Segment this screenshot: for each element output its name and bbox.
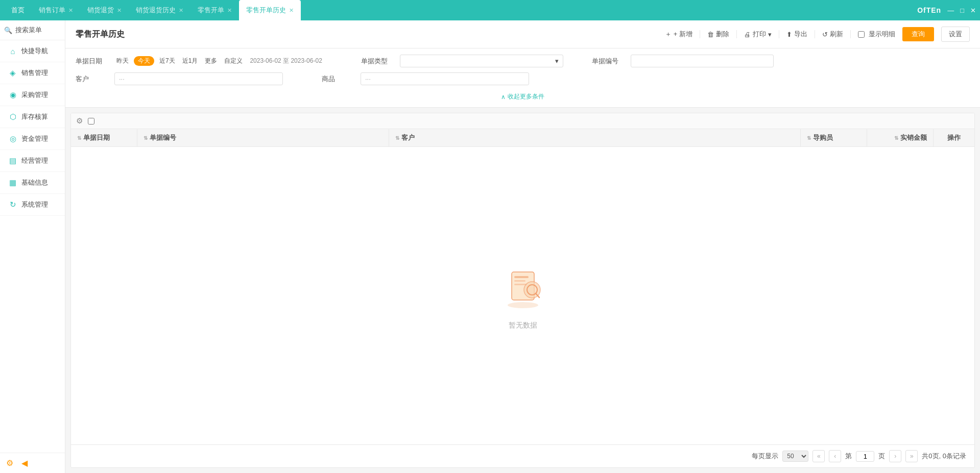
tab-sales-order[interactable]: 销售订单 ✕ xyxy=(32,0,80,20)
export-button[interactable]: ⬆ 导出 xyxy=(786,30,807,39)
client-input[interactable]: ··· xyxy=(114,72,283,85)
date-btn-yesterday[interactable]: 昨天 xyxy=(114,56,131,66)
goods-input[interactable]: ··· xyxy=(361,72,529,85)
pagination: 每页显示 50 10 20 100 « ‹ 第 页 › » 共0页, 0条记录 xyxy=(71,444,974,467)
date-btn-more[interactable]: 更多 xyxy=(203,56,219,66)
sidebar: 🔍 搜索菜单 ⌂ 快捷导航 ◈ 销售管理 ◉ 采购管理 ⬡ 库存核算 ◎ 资金管… xyxy=(0,20,65,473)
page-title: 零售开单历史 xyxy=(76,29,125,40)
date-btn-today[interactable]: 今天 xyxy=(134,56,154,66)
table-settings-icon[interactable]: ⚙ xyxy=(76,116,83,126)
total-text: 共0页, 0条记录 xyxy=(922,452,966,461)
tab-home[interactable]: 首页 xyxy=(4,0,32,20)
page-input[interactable] xyxy=(856,451,874,462)
col-header-client[interactable]: ⇅ 客户 xyxy=(389,129,801,146)
date-range-text: 2023-06-02 至 2023-06-02 xyxy=(250,57,322,65)
collapse-icon: ∧ xyxy=(501,93,506,101)
settings-button[interactable]: 设置 xyxy=(941,27,970,42)
add-button[interactable]: ＋ + 新增 xyxy=(665,30,692,39)
divider-1 xyxy=(700,30,700,38)
sort-icon-client: ⇅ xyxy=(395,135,399,141)
number-label: 单据编号 xyxy=(592,57,623,66)
tab-retail-open-history[interactable]: 零售开单历史 ✕ xyxy=(239,0,301,20)
tab-sales-return-label: 销货退货 xyxy=(87,6,114,15)
collapse-btn[interactable]: ∧ 收起更多条件 xyxy=(76,90,970,101)
prev-page-btn[interactable]: ‹ xyxy=(829,450,841,462)
close-btn[interactable]: ✕ xyxy=(970,7,976,14)
divider-3 xyxy=(779,30,779,38)
collapse-label: 收起更多条件 xyxy=(508,92,544,101)
col-header-guide[interactable]: ⇅ 导购员 xyxy=(801,129,867,146)
type-chevron-icon: ▾ xyxy=(555,57,559,65)
sidebar-item-quick-nav-label: 快捷导航 xyxy=(21,46,48,56)
tab-sales-return[interactable]: 销货退货 ✕ xyxy=(80,0,129,20)
col-action-label: 操作 xyxy=(947,133,961,142)
sidebar-item-finance-label: 资金管理 xyxy=(21,134,48,143)
tab-retail-open-close[interactable]: ✕ xyxy=(227,7,232,14)
tab-retail-open-history-close[interactable]: ✕ xyxy=(289,7,294,14)
number-input[interactable] xyxy=(631,55,774,67)
delete-button[interactable]: 🗑 删除 xyxy=(707,30,729,39)
type-select[interactable]: ▾ xyxy=(400,55,563,67)
add-icon: ＋ xyxy=(665,30,672,39)
print-button[interactable]: 🖨 打印 ▾ xyxy=(744,30,772,39)
sidebar-item-inventory-label: 库存核算 xyxy=(21,112,48,121)
date-btn-1month[interactable]: 近1月 xyxy=(180,56,200,66)
finance-icon: ◎ xyxy=(8,134,17,143)
col-client-label: 客户 xyxy=(401,133,415,142)
sidebar-item-purchase-mgmt[interactable]: ◉ 采购管理 xyxy=(0,84,65,106)
sidebar-item-basic-info[interactable]: ▦ 基础信息 xyxy=(0,172,65,194)
display-detail-checkbox[interactable]: 显示明细 xyxy=(858,30,895,39)
refresh-button[interactable]: ↺ 刷新 xyxy=(822,30,843,39)
main-layout: 🔍 搜索菜单 ⌂ 快捷导航 ◈ 销售管理 ◉ 采购管理 ⬡ 库存核算 ◎ 资金管… xyxy=(0,20,980,473)
display-detail-input[interactable] xyxy=(858,31,865,38)
minimize-btn[interactable]: — xyxy=(947,7,954,14)
collapse-icon[interactable]: ◀ xyxy=(21,458,28,468)
export-icon: ⬆ xyxy=(786,31,792,38)
svg-rect-3 xyxy=(514,280,525,282)
sidebar-item-system[interactable]: ↻ 系统管理 xyxy=(0,194,65,216)
basic-info-icon: ▦ xyxy=(8,178,17,187)
next-page-btn[interactable]: › xyxy=(889,450,901,462)
col-guide-label: 导购员 xyxy=(813,133,833,142)
sidebar-item-inventory[interactable]: ⬡ 库存核算 xyxy=(0,106,65,128)
divider-2 xyxy=(736,30,737,38)
sidebar-item-sales-mgmt-label: 销售管理 xyxy=(21,68,48,78)
page-size-label: 每页显示 xyxy=(752,452,778,461)
print-icon: 🖨 xyxy=(744,31,751,38)
home-icon: ⌂ xyxy=(8,47,17,56)
col-number-label: 单据编号 xyxy=(150,133,176,142)
filter-area: 单据日期 昨天 今天 近7天 近1月 更多 自定义 2023-06-02 至 2… xyxy=(65,48,980,108)
page-size-select[interactable]: 50 10 20 100 xyxy=(782,451,808,462)
tab-retail-open[interactable]: 零售开单 ✕ xyxy=(190,0,239,20)
col-header-amount[interactable]: ⇅ 实销金额 xyxy=(867,129,934,146)
system-icon: ↻ xyxy=(8,200,17,209)
settings-icon[interactable]: ⚙ xyxy=(6,458,13,468)
last-page-btn[interactable]: » xyxy=(905,450,918,462)
client-label: 客户 xyxy=(76,74,106,84)
sidebar-item-finance[interactable]: ◎ 资金管理 xyxy=(0,128,65,150)
sidebar-search[interactable]: 🔍 搜索菜单 xyxy=(0,20,65,40)
maximize-btn[interactable]: □ xyxy=(960,7,964,14)
sort-icon-number: ⇅ xyxy=(144,135,148,141)
print-chevron: ▾ xyxy=(768,31,772,38)
date-btn-7days[interactable]: 近7天 xyxy=(157,56,177,66)
empty-state: 暂无数据 xyxy=(71,147,974,444)
sidebar-item-sales-mgmt[interactable]: ◈ 销售管理 xyxy=(0,62,65,84)
col-header-date[interactable]: ⇅ 单据日期 xyxy=(71,129,137,146)
sort-icon-guide: ⇅ xyxy=(807,135,811,141)
query-button[interactable]: 查询 xyxy=(902,27,934,41)
sidebar-item-operations[interactable]: ▤ 经营管理 xyxy=(0,150,65,172)
goods-label: 商品 xyxy=(322,74,352,84)
date-btn-custom[interactable]: 自定义 xyxy=(222,56,245,66)
select-all-checkbox[interactable] xyxy=(88,118,94,125)
tab-sales-return-history[interactable]: 销货退货历史 ✕ xyxy=(129,0,190,20)
tab-sales-return-close[interactable]: ✕ xyxy=(117,7,122,14)
sidebar-item-quick-nav[interactable]: ⌂ 快捷导航 xyxy=(0,40,65,62)
first-page-btn[interactable]: « xyxy=(812,450,825,462)
tab-sales-order-close[interactable]: ✕ xyxy=(68,7,73,14)
col-header-number[interactable]: ⇅ 单据编号 xyxy=(137,129,389,146)
tab-home-label: 首页 xyxy=(11,6,25,15)
table-header: ⇅ 单据日期 ⇅ 单据编号 ⇅ 客户 ⇅ 导购员 ⇅ 实销金额 xyxy=(71,129,974,147)
tab-sales-return-history-close[interactable]: ✕ xyxy=(179,7,183,14)
table-toolbar: ⚙ xyxy=(71,113,974,129)
